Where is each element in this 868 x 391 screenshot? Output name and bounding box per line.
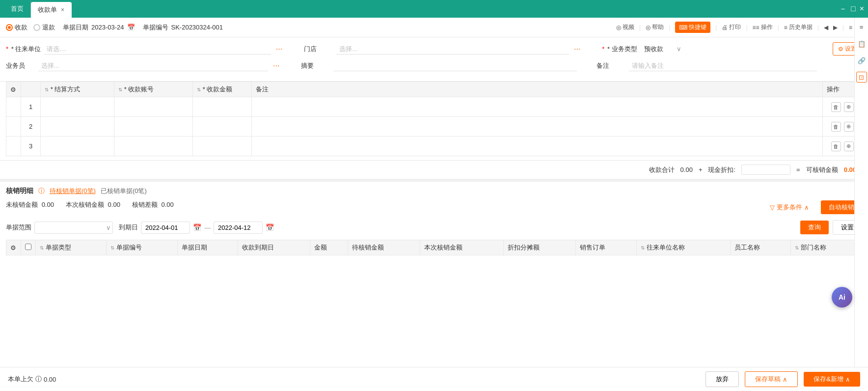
help-button[interactable]: ◎ 帮助	[646, 23, 664, 31]
counterpart-more-icon[interactable]: ···	[274, 45, 284, 54]
row3-amount[interactable]	[193, 137, 252, 156]
docno-value: SK-20230324-001	[171, 24, 223, 31]
biz-type-label: * * 业务类型	[602, 45, 637, 54]
table-row: 3 🗑 ⊕	[6, 137, 862, 156]
history-button[interactable]: ≡ 历史单据	[784, 23, 813, 31]
nav-next[interactable]: ▶	[833, 24, 838, 31]
filter-icon: ▽	[770, 204, 775, 211]
shortcut-label: 快捷键	[689, 23, 706, 31]
tab-receipt[interactable]: 收款单 ×	[31, 2, 72, 18]
verify-info-icon[interactable]: ⓘ	[38, 187, 45, 196]
row2-account[interactable]	[114, 117, 193, 137]
table-header-settle: ⇅ * 结算方式	[41, 82, 114, 97]
radio-refund-label: 退款	[42, 23, 55, 32]
row2-delete-icon[interactable]: 🗑	[831, 122, 841, 132]
save-new-button[interactable]: 保存&新增 ∧	[804, 372, 860, 387]
row1-remark[interactable]	[252, 97, 823, 117]
counterpart-input[interactable]	[44, 44, 271, 55]
window-controls: － □ ×	[839, 4, 864, 14]
top-toolbar: 收款 退款 单据日期 2023-03-24 📅 单据编号 SK-20230324…	[0, 18, 868, 37]
row1-amount[interactable]	[193, 97, 252, 117]
discard-button[interactable]: 放弃	[705, 371, 739, 387]
store-more-icon[interactable]: ···	[572, 45, 582, 54]
ai-badge[interactable]: Ai	[832, 287, 852, 307]
tab-receipt-label: 收款单	[38, 5, 57, 14]
verify-header: 核销明细 ⓘ 待核销单据(0笔) 已核销单据(0笔)	[6, 187, 862, 196]
calendar-icon[interactable]: 📅	[127, 24, 135, 31]
close-button[interactable]: ×	[860, 4, 864, 13]
docno-label: 单据编号	[143, 23, 168, 32]
due-date-label: 到期日	[119, 223, 138, 232]
v-th-salesorder: 销售订单	[576, 240, 637, 255]
row3-delete-icon[interactable]: 🗑	[831, 141, 841, 151]
row1-delete-icon[interactable]: 🗑	[831, 102, 841, 112]
toolbar-actions: ◎ 视频 | ◎ 帮助 | ⌨ 快捷键 | 🖨 打印 | ≡≡ 操作	[616, 22, 862, 33]
tab-close-icon[interactable]: ×	[61, 6, 64, 13]
row3-copy-icon[interactable]: ⊕	[844, 141, 854, 151]
tab-home[interactable]: 首页	[4, 0, 31, 18]
v-th-gear[interactable]: ⚙	[6, 240, 21, 255]
store-field: 门店 ···	[304, 44, 582, 55]
more-conditions-button[interactable]: ▽ 更多条件 ∧	[770, 200, 809, 214]
row3-account[interactable]	[114, 137, 193, 156]
discount-input[interactable]	[741, 165, 790, 175]
biz-type-dropdown-icon[interactable]: ∨	[677, 45, 681, 53]
sidebar-link-icon[interactable]: 🔗	[856, 55, 867, 66]
due-date-end-input[interactable]	[214, 222, 263, 234]
cal-end-icon[interactable]: 📅	[266, 223, 274, 231]
bottom-info-label: 本单上欠	[8, 375, 33, 384]
table-header-index	[21, 82, 41, 97]
cal-start-icon[interactable]: 📅	[193, 223, 201, 231]
verify-tab-done[interactable]: 已核销单据(0笔)	[101, 187, 147, 196]
row2-settle[interactable]	[41, 117, 114, 137]
right-sidebar: ≡ 📋 🔗 ⊡	[854, 18, 868, 391]
row3-remark[interactable]	[252, 137, 823, 156]
radio-dot-refund	[33, 24, 40, 31]
store-input[interactable]	[336, 44, 569, 55]
total-label: 收款合计	[649, 166, 675, 174]
radio-receipt[interactable]: 收款	[6, 23, 27, 32]
salesperson-more-icon[interactable]: ···	[271, 61, 281, 70]
v-th-counterpart: ⇅ 往来单位名称	[636, 240, 730, 255]
radio-refund[interactable]: 退款	[33, 23, 55, 32]
sidebar-screenshot-icon[interactable]: ⊡	[856, 72, 867, 83]
row1-settle[interactable]	[41, 97, 114, 117]
video-button[interactable]: ◎ 视频	[616, 23, 634, 31]
row3-settle[interactable]	[41, 137, 114, 156]
row2-copy-icon[interactable]: ⊕	[844, 122, 854, 132]
print-label: 打印	[729, 23, 741, 31]
receipt-table: ⚙ ⇅ * 结算方式 ⇅ * 收款账号 ⇅ * 收款金额	[6, 82, 862, 156]
v-th-thisamount: 本次核销金额	[420, 240, 504, 255]
verify-tab-pending[interactable]: 待核销单据(0笔)	[50, 187, 96, 196]
row1-copy-icon[interactable]: ⊕	[844, 102, 854, 112]
date-value[interactable]: 2023-03-24	[91, 24, 124, 31]
v-th-docdate: 单据日期	[177, 240, 238, 255]
table-header-gear[interactable]: ⚙	[6, 82, 21, 97]
row2-remark[interactable]	[252, 117, 823, 137]
maximize-button[interactable]: □	[851, 4, 856, 13]
doc-range-select[interactable]	[34, 222, 113, 234]
query-button[interactable]: 查询	[800, 221, 829, 234]
stat-uncancelled: 未核销金额 0.00	[6, 200, 54, 214]
print-button[interactable]: 🖨 打印	[722, 23, 741, 31]
summary-input[interactable]	[333, 60, 576, 71]
stat-uncancelled-value: 0.00	[42, 201, 54, 208]
remark-input[interactable]	[629, 60, 817, 71]
v-checkbox-all[interactable]	[25, 244, 31, 250]
view-list[interactable]: ≡	[849, 24, 852, 31]
sidebar-table-icon[interactable]: ≡	[856, 22, 867, 32]
nav-prev[interactable]: ◀	[824, 24, 828, 31]
due-date-start-input[interactable]	[141, 222, 190, 234]
minimize-button[interactable]: －	[839, 4, 847, 14]
salesperson-input[interactable]	[38, 60, 268, 71]
verification-section: 核销明细 ⓘ 待核销单据(0笔) 已核销单据(0笔) 未核销金额 0.00 本次…	[0, 179, 868, 260]
form-row-1: * * 往来单位 ··· 门店 ··· * * 业务类型 预收款 ∨	[6, 42, 862, 56]
save-draft-button[interactable]: 保存草稿 ∧	[745, 371, 798, 387]
v-th-checkbox[interactable]	[21, 240, 36, 255]
operate-button[interactable]: ≡≡ 操作	[753, 23, 773, 31]
shortcut-button[interactable]: ⌨ 快捷键	[675, 22, 710, 33]
row1-account[interactable]	[114, 97, 193, 117]
row2-amount[interactable]	[193, 117, 252, 137]
history-label: 历史单据	[789, 23, 813, 31]
sidebar-doc-icon[interactable]: 📋	[856, 38, 867, 49]
